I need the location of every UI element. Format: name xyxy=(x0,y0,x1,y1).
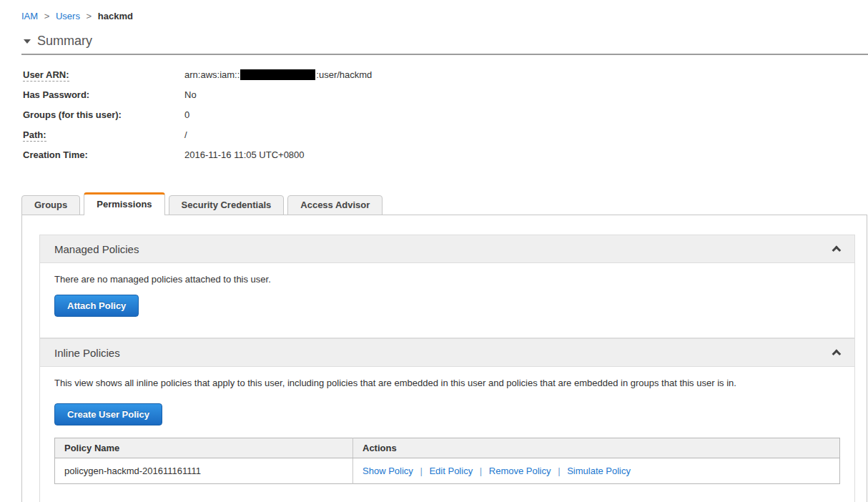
managed-policies-body: There are no managed policies attached t… xyxy=(40,263,854,338)
attach-policy-button[interactable]: Attach Policy xyxy=(54,295,139,317)
inline-policies-section: Inline Policies This view shows all inli… xyxy=(39,338,855,502)
remove-policy-link[interactable]: Remove Policy xyxy=(489,466,551,476)
managed-policies-section: Managed Policies There are no managed po… xyxy=(39,235,855,338)
tab-groups[interactable]: Groups xyxy=(21,195,80,215)
summary-fields: User ARN: arn:aws:iam:: :user/hackmd Has… xyxy=(23,64,868,164)
permissions-tab-panel: Managed Policies There are no managed po… xyxy=(21,215,867,502)
inline-policies-description: This view shows all inline policies that… xyxy=(54,378,840,388)
policy-name-column-header: Policy Name xyxy=(55,438,353,458)
summary-section-header: Summary xyxy=(24,34,868,49)
chevron-up-icon[interactable] xyxy=(832,245,842,255)
arn-suffix: :user/hackmd xyxy=(316,69,372,80)
path-label[interactable]: Path: xyxy=(23,129,184,140)
triangle-down-icon[interactable] xyxy=(24,39,31,44)
table-header-row: Policy Name Actions xyxy=(55,438,840,458)
summary-row-path: Path: / xyxy=(23,124,868,144)
breadcrumb-current-user: hackmd xyxy=(98,11,133,21)
inline-policies-title: Inline Policies xyxy=(54,347,120,359)
summary-row-groups: Groups (for this user): 0 xyxy=(23,104,868,124)
action-separator: | xyxy=(420,466,422,476)
breadcrumb-link-users[interactable]: Users xyxy=(56,11,80,21)
managed-policies-title: Managed Policies xyxy=(54,243,139,255)
policy-actions-cell: Show Policy | Edit Policy | Remove Polic… xyxy=(353,458,840,484)
summary-divider xyxy=(21,54,868,55)
managed-policies-empty-text: There are no managed policies attached t… xyxy=(54,274,840,285)
action-separator: | xyxy=(480,466,482,476)
action-separator: | xyxy=(558,466,560,476)
chevron-up-icon[interactable] xyxy=(832,349,842,358)
edit-policy-link[interactable]: Edit Policy xyxy=(429,466,473,476)
creation-time-label: Creation Time: xyxy=(23,149,184,160)
breadcrumb: IAM > Users > hackmd xyxy=(21,11,868,21)
breadcrumb-link-iam[interactable]: IAM xyxy=(21,11,38,21)
creation-time-value: 2016-11-16 11:05 UTC+0800 xyxy=(184,149,305,160)
path-value: / xyxy=(184,129,187,140)
managed-policies-header[interactable]: Managed Policies xyxy=(40,235,854,263)
create-user-policy-button[interactable]: Create User Policy xyxy=(54,403,162,425)
summary-row-creation-time: Creation Time: 2016-11-16 11:05 UTC+0800 xyxy=(23,144,868,164)
redaction-box xyxy=(240,69,315,80)
summary-row-has-password: Has Password: No xyxy=(23,84,868,104)
show-policy-link[interactable]: Show Policy xyxy=(363,466,413,476)
inline-policies-body: This view shows all inline policies that… xyxy=(40,367,854,502)
table-row: policygen-hackmd-201611161111 Show Polic… xyxy=(55,458,840,484)
tab-security-credentials[interactable]: Security Credentials xyxy=(169,195,285,215)
has-password-value: No xyxy=(184,89,197,100)
summary-row-user-arn: User ARN: arn:aws:iam:: :user/hackmd xyxy=(23,64,868,84)
user-arn-label[interactable]: User ARN: xyxy=(23,69,184,80)
breadcrumb-separator: > xyxy=(44,11,50,21)
actions-column-header: Actions xyxy=(353,438,840,458)
inline-policies-table: Policy Name Actions policygen-hackmd-201… xyxy=(54,438,840,484)
simulate-policy-link[interactable]: Simulate Policy xyxy=(567,466,631,476)
tab-bar: Groups Permissions Security Credentials … xyxy=(21,192,868,215)
arn-prefix: arn:aws:iam:: xyxy=(184,69,240,80)
tab-access-advisor[interactable]: Access Advisor xyxy=(287,195,383,215)
tab-permissions[interactable]: Permissions xyxy=(84,192,164,215)
has-password-label: Has Password: xyxy=(23,89,184,100)
groups-label: Groups (for this user): xyxy=(23,109,184,120)
summary-title: Summary xyxy=(37,34,92,49)
user-arn-value: arn:aws:iam:: :user/hackmd xyxy=(184,69,372,80)
inline-policies-header[interactable]: Inline Policies xyxy=(40,339,854,367)
breadcrumb-separator: > xyxy=(87,11,92,21)
groups-value: 0 xyxy=(184,109,189,120)
policy-name-cell: policygen-hackmd-201611161111 xyxy=(55,458,353,484)
